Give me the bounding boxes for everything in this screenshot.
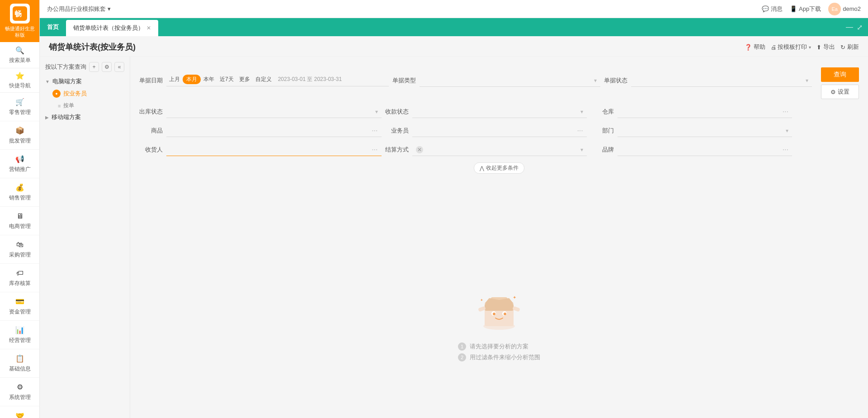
scheme-panel-icons: + ⚙ « <box>89 62 124 72</box>
query-btn[interactable]: 查询 <box>821 67 859 82</box>
corp-icon: 🤝 <box>15 411 25 418</box>
sub-item-order-label: 按单 <box>63 102 74 109</box>
scheme-group-header-mobile[interactable]: ▶ 移动端方案 <box>40 111 130 123</box>
date-btn-last-month[interactable]: 上月 <box>166 75 183 84</box>
svg-rect-4 <box>485 304 514 311</box>
tab-minimize-btn[interactable]: — <box>846 23 853 31</box>
edit-scheme-btn[interactable]: ⚙ <box>102 62 112 72</box>
dept-control[interactable]: ▾ <box>618 124 792 137</box>
date-filter: 上月 本月 本年 近7天 更多 自定义 2023-03-01 至 2023-03… <box>166 75 389 86</box>
collapse-btn[interactable]: ⋀ 收起更多条件 <box>474 162 524 174</box>
tab-home[interactable]: 首页 <box>40 18 66 36</box>
doc-status-control[interactable]: ▾ <box>631 74 812 87</box>
sidebar-item-retail[interactable]: 🛒 零售管理 <box>0 93 39 121</box>
date-btn-more[interactable]: 更多 <box>236 75 253 84</box>
hint-num-2: 2 <box>458 353 466 361</box>
sidebar-item-operation[interactable]: 📊 经营管理 <box>0 321 39 349</box>
date-btn-this-year[interactable]: 本年 <box>201 75 217 84</box>
settings-label: 设置 <box>838 88 849 96</box>
doc-type-control[interactable]: ▾ <box>420 74 600 87</box>
salesperson-scheme-icon: ● <box>52 90 61 98</box>
date-btn-custom[interactable]: 自定义 <box>253 75 274 84</box>
export-btn[interactable]: ⬆ 导出 <box>816 43 835 51</box>
out-status-control[interactable]: ▾ <box>166 105 382 118</box>
settlement-arrow: ▾ <box>580 147 583 153</box>
operation-icon: 📊 <box>15 325 25 335</box>
app-download-icon: 📱 <box>790 5 797 12</box>
sidebar-item-ecommerce[interactable]: 🖥 电商管理 <box>0 207 39 235</box>
settings-btn[interactable]: ⚙ 设置 <box>821 85 859 99</box>
date-btn-last7[interactable]: 近7天 <box>217 75 236 84</box>
refresh-btn[interactable]: ↻ 刷新 <box>840 43 859 51</box>
date-range-text: 2023-03-01 至 2023-03-31 <box>278 76 342 83</box>
sidebar-item-purchase[interactable]: 🛍 采购管理 <box>0 235 39 264</box>
app-logo[interactable]: 畅 畅捷通好生意 标版 <box>0 0 39 42</box>
salesperson-dots: ··· <box>577 127 583 135</box>
tabbar: 首页 销货单统计表（按业务员） ✕ — ⤢ <box>40 18 868 36</box>
refresh-icon: ↻ <box>840 44 845 51</box>
brand-field: 品牌 ··· <box>590 143 792 156</box>
basic-icon: 📋 <box>15 354 25 364</box>
salesperson-label: 业务员 <box>385 127 412 135</box>
message-btn[interactable]: 💬 消息 <box>762 5 783 13</box>
tab-close-btn[interactable]: ✕ <box>146 25 151 31</box>
settlement-field: 结算方式 ✕ ▾ <box>385 143 587 156</box>
system-label: 系统管理 <box>9 394 31 401</box>
tab-sales-stat[interactable]: 销货单统计表（按业务员） ✕ <box>66 20 158 36</box>
sidebar-item-wholesale[interactable]: 📦 批发管理 <box>0 121 39 150</box>
sidebar: 畅 畅捷通好生意 标版 🔍 搜索菜单 ⭐ 快捷导航 🛒 零售管理 📦 批发管理 … <box>0 0 40 418</box>
avatar-text: Ea <box>832 6 838 12</box>
sidebar-search-menu[interactable]: 🔍 搜索菜单 <box>0 42 39 68</box>
scheme-group-header-desktop[interactable]: ▼ 电脑端方案 <box>40 76 130 87</box>
collapse-panel-btn[interactable]: « <box>114 62 124 72</box>
doc-selector[interactable]: 办公用品行业模拟账套 ▾ <box>47 5 111 13</box>
scheme-sub-item-order[interactable]: ≡ 按单 <box>40 100 130 111</box>
sidebar-item-sales[interactable]: 💰 销售管理 <box>0 178 39 207</box>
print-template-btn[interactable]: 🖨 按模板打印 ▾ <box>771 43 811 51</box>
quick-nav-label: 快捷导航 <box>9 82 31 90</box>
sales-icon: 💰 <box>15 183 25 193</box>
hint-text-2: 用过滤条件来缩小分析范围 <box>470 353 540 361</box>
add-scheme-btn[interactable]: + <box>89 62 99 72</box>
filter-content: 单据日期 上月 本月 本年 近7天 更多 自定义 2023-03-01 至 20… <box>130 57 868 225</box>
date-btn-this-month[interactable]: 本月 <box>183 75 201 84</box>
sidebar-item-corp[interactable]: 🤝 企业协同 <box>0 406 39 418</box>
filter-row-2: 出库状态 ▾ 收款状态 ▾ <box>139 105 859 118</box>
receipt-status-field: 收款状态 ▾ <box>385 105 587 118</box>
print-icon: 🖨 <box>771 44 777 51</box>
receipt-status-control[interactable]: ▾ <box>412 105 587 118</box>
goods-label: 商品 <box>139 127 166 135</box>
scheme-item-salesperson[interactable]: ● 按业务员 <box>40 87 130 100</box>
sidebar-item-marketing[interactable]: 📢 营销推广 <box>0 150 39 178</box>
settings-icon: ⚙ <box>830 89 836 95</box>
user-menu[interactable]: Ea demo2 <box>828 3 861 15</box>
sidebar-item-basic[interactable]: 📋 基础信息 <box>0 349 39 378</box>
salesperson-control[interactable]: ··· <box>412 124 587 137</box>
page-actions: ❓ 帮助 🖨 按模板打印 ▾ ⬆ 导出 ↻ 刷新 <box>745 43 859 51</box>
marketing-label: 营销推广 <box>9 166 31 173</box>
quick-nav-icon: ⭐ <box>15 71 25 81</box>
goods-control[interactable]: ··· <box>166 124 382 137</box>
receiver-control[interactable]: ··· <box>166 143 382 156</box>
settlement-clear-btn[interactable]: ✕ <box>416 146 423 153</box>
wholesale-icon: 📦 <box>15 126 25 136</box>
app-download-btn[interactable]: 📱 App下载 <box>790 5 821 13</box>
tab-expand-btn[interactable]: ⤢ <box>857 23 863 32</box>
settlement-control[interactable]: ✕ ▾ <box>412 143 587 156</box>
brand-control[interactable]: ··· <box>618 143 792 156</box>
sidebar-item-inventory[interactable]: 🏷 库存核算 <box>0 264 39 292</box>
sidebar-item-finance[interactable]: 💳 资金管理 <box>0 292 39 321</box>
doc-type-field: 单据类型 ▾ <box>392 74 600 87</box>
sidebar-item-system[interactable]: ⚙ 系统管理 <box>0 378 39 406</box>
scheme-group-desktop: ▼ 电脑端方案 ● 按业务员 ≡ 按单 <box>40 76 130 111</box>
sales-label: 销售管理 <box>9 194 31 202</box>
help-btn[interactable]: ❓ 帮助 <box>745 43 765 51</box>
topbar: 办公用品行业模拟账套 ▾ 💬 消息 📱 App下载 Ea demo2 <box>40 0 868 18</box>
brand-label: 品牌 <box>590 146 618 154</box>
empty-illustration: ✦ ✦ <box>472 281 526 335</box>
sidebar-quick-nav[interactable]: ⭐ 快捷导航 <box>0 68 39 93</box>
message-label: 消息 <box>771 5 783 13</box>
warehouse-control[interactable]: ··· <box>618 105 792 118</box>
help-label: 帮助 <box>754 43 765 51</box>
settlement-label: 结算方式 <box>385 146 412 154</box>
